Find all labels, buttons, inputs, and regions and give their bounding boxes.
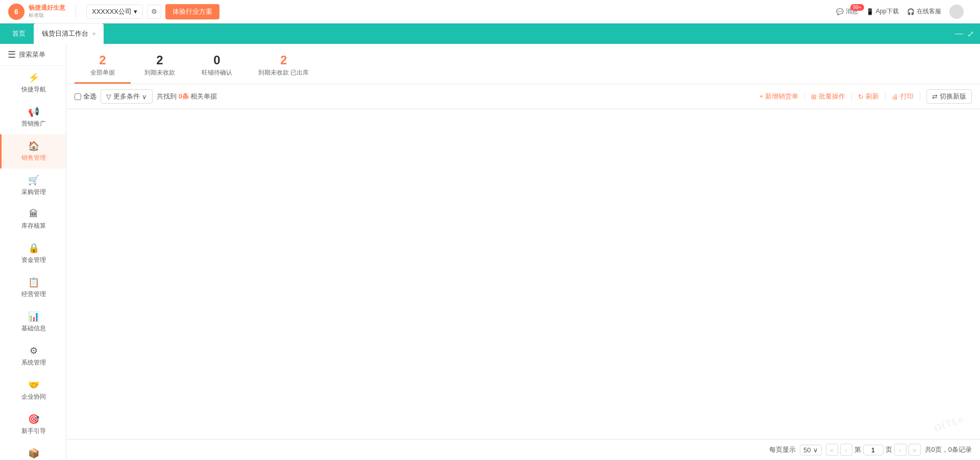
batch-btn[interactable]: ⊞ 批量操作 [811,92,845,101]
divider-2 [851,92,852,101]
guide-icon: 🎯 [28,414,39,425]
sidebar-item-sales[interactable]: 🏠 销售管理 [0,134,66,168]
stat-overdue-out-num: 2 [280,53,287,67]
sidebar-item-operations[interactable]: 📋 经营管理 [0,271,66,305]
system-icon: ⚙ [30,345,38,356]
experience-btn[interactable]: 体验行业方案 [165,4,219,19]
search-menu-icon: ☰ [8,49,16,60]
nav-tab-actions: — ⤢ [955,29,980,39]
sidebar-item-system[interactable]: ⚙ 系统管理 [0,339,66,373]
tab-home[interactable]: 首页 [4,23,34,44]
avatar[interactable] [949,5,964,19]
expand-tab-icon[interactable]: ⤢ [967,29,974,39]
batch-icon: ⊞ [811,93,817,101]
sidebar-item-enterprise[interactable]: 🤝 企业协同 [0,373,66,407]
found-text: 共找到 0条 相关单据 [157,92,217,101]
app-download-btn[interactable]: 📱 App下载 [866,7,899,16]
sidebar-item-marketing[interactable]: 📢 营销推广 [0,100,66,134]
top-bar: 6 畅捷通好生意 标准版 XXXXXX公司 ▾ ⚙ 体验行业方案 💬 消息 99… [0,0,980,23]
page-size-selector[interactable]: 50 ∨ [800,445,821,455]
sidebar-item-app-center[interactable]: 📦 应用中心 [0,442,66,460]
select-all-checkbox[interactable]: 全选 [75,92,96,101]
marketing-icon: 📢 [28,106,39,117]
nav-tabs: 首页 钱货日清工作台 × — ⤢ [0,23,980,44]
sidebar-system-label: 系统管理 [21,358,46,367]
switch-label: 切换新版 [940,92,966,101]
inventory-icon: 🏛 [29,209,38,220]
sidebar-operations-label: 经营管理 [21,290,46,299]
enterprise-icon: 🤝 [28,379,39,391]
app-center-icon: 📦 [28,448,39,459]
headset-icon: 🎧 [907,8,915,15]
sidebar-item-capital[interactable]: 🔒 资金管理 [0,236,66,271]
sidebar-item-search[interactable]: ☰ 搜索菜单 [0,44,66,66]
page-size-value: 50 [803,446,811,454]
sidebar-item-base-info[interactable]: 📊 基础信息 [0,305,66,339]
page-label: 第 [854,445,861,454]
online-service-btn[interactable]: 🎧 在线客服 [907,7,941,16]
tab-active[interactable]: 钱货日清工作台 × [34,23,104,44]
toolbar-right: + 新增销货单 ⊞ 批量操作 ↻ 刷新 🖨 打印 ⇄ [760,89,972,104]
toolbar: 全选 ▽ 更多条件 ∨ 共找到 0条 相关单据 + 新增销货单 ⊞ 批 [66,84,980,109]
table-empty-area [66,109,980,439]
sidebar-sales-label: 销售管理 [21,154,46,162]
message-btn[interactable]: 💬 消息 99+ [836,7,858,16]
print-btn[interactable]: 🖨 打印 [892,92,914,101]
toolbar-left: 全选 ▽ 更多条件 ∨ 共找到 0条 相关单据 [75,89,217,104]
operations-icon: 📋 [28,277,39,288]
chevron-filter-icon: ∨ [142,93,147,101]
company-name: XXXXXX公司 [92,7,132,16]
sidebar-quick-nav-label: 快捷导航 [21,85,46,94]
filter-label: 更多条件 [113,92,140,101]
purchase-icon: 🛒 [28,175,39,186]
brand-icon: 6 [8,4,24,20]
last-page-btn[interactable]: » [909,444,921,456]
tab-active-label: 钱货日清工作台 [42,29,88,38]
settings-icon[interactable]: ⚙ [147,5,161,19]
sidebar-item-quick-nav[interactable]: ⚡ 快捷导航 [0,66,66,100]
app-icon: 📱 [866,8,874,15]
message-badge: 99+ [850,4,864,11]
sidebar-item-purchase[interactable]: 🛒 采购管理 [0,168,66,203]
print-icon: 🖨 [892,93,898,101]
first-page-btn[interactable]: « [826,444,838,456]
stats-tabs: 2 全部单据 2 到期未收款 0 旺铺待确认 2 到期未收款 已出库 [66,44,980,84]
print-label: 打印 [900,92,914,101]
page-number-input[interactable] [863,445,884,455]
top-bar-right: 💬 消息 99+ 📱 App下载 🎧 在线客服 [836,5,972,19]
refresh-btn[interactable]: ↻ 刷新 [858,92,879,101]
base-info-icon: 📊 [28,311,39,322]
stat-overdue-out-label: 到期未收款 已出库 [258,68,309,77]
found-count: 0条 [179,92,189,100]
select-all-input[interactable] [75,93,81,100]
batch-label: 批量操作 [819,92,845,101]
capital-icon: 🔒 [28,243,39,254]
found-suffix: 相关单据 [190,92,217,100]
refresh-label: 刷新 [866,92,879,101]
next-page-btn[interactable]: › [894,444,906,456]
pagination: 每页显示 50 ∨ « ‹ 第 页 › » 共0页，0条记录 [66,439,980,460]
page-suffix: 页 [886,445,892,454]
filter-icon: ▽ [106,93,111,101]
divider-4 [920,92,920,101]
sidebar-purchase-label: 采购管理 [21,188,46,197]
sidebar-item-guide[interactable]: 🎯 新手引导 [0,407,66,442]
switch-icon: ⇄ [932,93,938,101]
sidebar-item-inventory[interactable]: 🏛 库存核算 [0,203,66,236]
stat-tab-all[interactable]: 2 全部单据 [75,49,131,84]
company-selector[interactable]: XXXXXX公司 ▾ [86,5,143,19]
switch-new-btn[interactable]: ⇄ 切换新版 [926,89,972,104]
chevron-down-icon: ▾ [134,8,137,15]
close-tab-icon[interactable]: × [92,31,95,37]
divider [76,5,76,19]
stat-tab-overdue-out[interactable]: 2 到期未收款 已出库 [246,49,321,84]
add-sales-btn[interactable]: + 新增销货单 [760,92,798,101]
filter-btn[interactable]: ▽ 更多条件 ∨ [101,89,153,104]
service-label: 在线客服 [917,7,941,16]
sales-icon: 🏠 [28,140,39,152]
stat-tab-overdue[interactable]: 2 到期未收款 [132,49,188,84]
prev-page-btn[interactable]: ‹ [840,444,852,456]
message-icon: 💬 [836,8,844,15]
stat-tab-pending[interactable]: 0 旺铺待确认 [189,49,245,84]
minimize-tab-icon[interactable]: — [955,29,963,38]
